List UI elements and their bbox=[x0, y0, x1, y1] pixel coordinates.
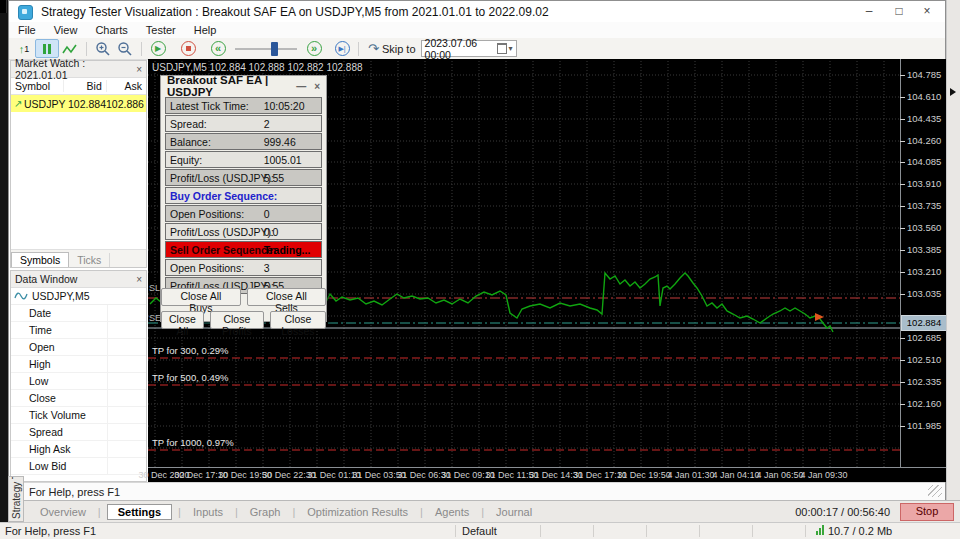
elapsed-time: 00:00:17 / 00:56:40 bbox=[795, 506, 890, 518]
ea-close-icon[interactable]: × bbox=[314, 81, 320, 92]
dropdown-arrow-icon[interactable]: ▾ bbox=[509, 44, 513, 53]
tab-separator: | bbox=[481, 506, 484, 518]
speed-slider[interactable] bbox=[235, 41, 297, 57]
connection-signal-icon bbox=[816, 525, 824, 535]
tester-tab-inputs[interactable]: Inputs bbox=[187, 505, 229, 519]
ea-panel-title-bar[interactable]: Breakout SAF EA | USDJPY — × bbox=[161, 76, 326, 96]
price-tick-mark bbox=[900, 294, 905, 295]
ticks-step-icon[interactable]: ↑1 bbox=[13, 40, 35, 57]
ea-row-value: 10:05:20 bbox=[264, 100, 305, 112]
expand-arrow-icon[interactable] bbox=[950, 88, 956, 96]
tester-tab-journal[interactable]: Journal bbox=[490, 505, 538, 519]
menu-charts[interactable]: Charts bbox=[86, 24, 136, 36]
skip-to-end-button[interactable]: ▶| bbox=[331, 40, 353, 57]
ea-buttons-row-2: Close AllClose ProfitsClose Losses bbox=[161, 311, 326, 329]
ea-dashboard-panel[interactable]: Breakout SAF EA | USDJPY — × Latest Tick… bbox=[160, 75, 327, 322]
pause-button[interactable] bbox=[35, 39, 59, 58]
maximize-button[interactable]: □ bbox=[885, 1, 913, 22]
tab-ticks[interactable]: Ticks bbox=[69, 253, 110, 267]
fast-forward-button[interactable]: » bbox=[303, 40, 325, 57]
ea-row-balance-: Balance:999.46 bbox=[165, 133, 322, 150]
column-bid: Bid bbox=[63, 80, 106, 92]
tester-tab-overview[interactable]: Overview bbox=[34, 505, 92, 519]
data-window-fields: DateTimeOpenHighLowCloseTick VolumeSprea… bbox=[11, 305, 146, 475]
time-tick-label: 31 Dec 19:50 bbox=[617, 470, 671, 480]
tick-up-icon: ↗ bbox=[11, 98, 24, 109]
date-value[interactable]: 2023.07.06 00:00 bbox=[425, 37, 497, 61]
menu-help[interactable]: Help bbox=[185, 24, 226, 36]
toolbar: ↑1 ▶ « » ▶| bbox=[9, 38, 945, 60]
close-all-sells-button[interactable]: Close All Sells bbox=[247, 288, 326, 306]
price-tick-label: 103.735 bbox=[907, 200, 941, 211]
close-profits-button[interactable]: Close Profits bbox=[210, 311, 264, 329]
slider-handle[interactable] bbox=[271, 42, 278, 56]
ea-row-profit-loss-usdjpy-: Profit/Loss (USDJPY):5.55 bbox=[165, 169, 322, 186]
play-button[interactable]: ▶ bbox=[147, 40, 169, 57]
terminal-status-bar: For Help, press F1 Default 10.7 / 0.2 Mb bbox=[0, 522, 960, 539]
instrument-name: USDJPY,M5 bbox=[32, 290, 90, 302]
column-ask: Ask bbox=[106, 80, 146, 92]
ea-minimize-icon[interactable]: — bbox=[296, 81, 306, 92]
zoom-out-button[interactable] bbox=[114, 40, 136, 57]
profile-name[interactable]: Default bbox=[456, 523, 540, 539]
field-value bbox=[107, 373, 146, 389]
tester-tab-settings[interactable]: Settings bbox=[107, 504, 172, 520]
tab-separator: | bbox=[420, 506, 423, 518]
data-field-row: Open bbox=[11, 339, 146, 356]
rewind-button[interactable]: « bbox=[207, 40, 229, 57]
tab-separator: | bbox=[98, 506, 101, 518]
close-all-buys-button[interactable]: Close All Buys bbox=[161, 288, 241, 306]
bid-value: 102.884 bbox=[66, 98, 106, 110]
field-label: Tick Volume bbox=[11, 409, 107, 421]
market-watch-close-icon[interactable]: × bbox=[136, 64, 142, 75]
market-watch-title-bar[interactable]: Market Watch : 2021.01.01 × bbox=[11, 61, 146, 78]
terminal-right-strip bbox=[946, 0, 960, 522]
ea-row-equity-: Equity:1005.01 bbox=[165, 151, 322, 168]
field-label: Open bbox=[11, 341, 107, 353]
ea-row-value: 0.0 bbox=[264, 226, 279, 238]
date-picker[interactable]: 2023.07.06 00:00 ▾ bbox=[421, 40, 517, 57]
data-window-close-icon[interactable]: × bbox=[136, 274, 142, 285]
price-tick-label: 104.435 bbox=[907, 113, 941, 124]
tester-tab-agents[interactable]: Agents bbox=[429, 505, 475, 519]
sell-arrow-marker bbox=[815, 313, 824, 321]
data-window-title-bar[interactable]: Data Window × bbox=[11, 271, 146, 288]
tp-1000-line-label: TP for 1000, 0.97% bbox=[152, 437, 234, 448]
price-tick-label: 103.560 bbox=[907, 222, 941, 233]
ea-row-value: 3 bbox=[264, 262, 270, 274]
resize-grip[interactable] bbox=[928, 485, 942, 497]
close-losses-button[interactable]: Close Losses bbox=[270, 311, 326, 329]
ea-row-label: Spread: bbox=[170, 118, 207, 130]
tester-vertical-label: Strategy Tester bbox=[11, 476, 22, 519]
traffic-counter: 10.7 / 0.2 Mb bbox=[828, 525, 898, 537]
price-tick-mark bbox=[900, 141, 905, 142]
time-axis[interactable]: 30 Dec 202030 Dec 17:1030 Dec 19:5030 De… bbox=[148, 470, 900, 482]
app-icon bbox=[18, 5, 33, 20]
menu-view[interactable]: View bbox=[45, 24, 87, 36]
close-all-button[interactable]: Close All bbox=[161, 311, 204, 329]
zigzag-icon[interactable] bbox=[59, 40, 81, 57]
ea-row-value: 5.55 bbox=[264, 172, 284, 184]
tester-tab-optimization-results[interactable]: Optimization Results bbox=[301, 505, 414, 519]
menu-file[interactable]: File bbox=[9, 24, 45, 36]
tester-tab-graph[interactable]: Graph bbox=[244, 505, 287, 519]
price-tick-mark bbox=[900, 404, 905, 405]
zoom-in-button[interactable] bbox=[92, 40, 114, 57]
title-bar[interactable]: Strategy Tester Visualization : Breakout… bbox=[9, 1, 945, 22]
tab-symbols[interactable]: Symbols bbox=[11, 252, 69, 267]
tester-vertical-caption: Strategy Tester bbox=[8, 476, 24, 522]
symbol-row-usdjpy[interactable]: ↗ USDJPY 102.884 102.886 bbox=[11, 95, 146, 112]
price-tick-label: 103.035 bbox=[907, 288, 941, 299]
minimize-button[interactable]: – bbox=[855, 1, 883, 22]
ea-row-value: 999.46 bbox=[264, 136, 296, 148]
skip-to-icon: ↷ bbox=[368, 41, 379, 56]
window-title: Strategy Tester Visualization : Breakout… bbox=[41, 5, 549, 19]
ea-row-latest-tick-time-: Latest Tick Time:10:05:20 bbox=[165, 97, 322, 114]
stop-test-button[interactable]: Stop bbox=[900, 503, 954, 521]
price-tick-mark bbox=[900, 228, 905, 229]
stop-button[interactable] bbox=[177, 40, 199, 57]
market-watch-header: Symbol Bid Ask bbox=[11, 78, 146, 95]
close-button[interactable]: × bbox=[913, 1, 941, 22]
ea-buttons-row-1: Close All BuysClose All Sells bbox=[161, 288, 326, 306]
menu-tester[interactable]: Tester bbox=[137, 24, 185, 36]
